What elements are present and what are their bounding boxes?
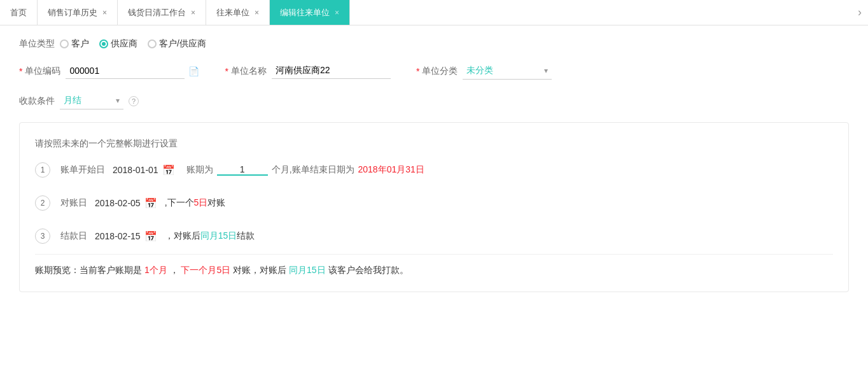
unit-name-label: 单位名称 (231, 66, 267, 77)
radio-customer-label: 客户 (71, 38, 89, 50)
unit-type-row: 单位类型 客户 供应商 客户/供应商 (19, 38, 849, 50)
unit-code-label: 单位编码 (25, 66, 60, 77)
tab-edit-partner-label: 编辑往来单位 (280, 7, 330, 18)
unit-name-star: * (225, 66, 228, 76)
payment-terms-chevron: ▾ (116, 96, 120, 105)
unit-type-radio-group: 客户 供应商 客户/供应商 (60, 38, 206, 50)
recon-date-calendar-icon[interactable]: 📅 (144, 197, 157, 209)
period-month-label: 个月,账单结束日期为 (272, 164, 354, 176)
recon-date-value: 2018-02-05 (95, 198, 141, 208)
preview-highlight1: 1个月 (144, 265, 167, 275)
tab-cash-workbench-close[interactable]: × (191, 8, 195, 17)
step-2: 2 (35, 195, 50, 211)
step-1: 1 (35, 162, 50, 178)
unit-type-label: 单位类型 (19, 38, 55, 50)
recon-prefix: ,下一个 (165, 197, 194, 209)
recon-date-group: 2018-02-05 📅 ,下一个 5日 对账 (95, 197, 225, 209)
tab-home[interactable]: 首页 (0, 0, 38, 25)
tab-sales-history-close[interactable]: × (102, 8, 107, 17)
unit-category-star: * (416, 66, 419, 76)
tab-partner-units[interactable]: 往来单位 × (206, 0, 270, 25)
main-content: 单位类型 客户 供应商 客户/供应商 * 单位编码 (0, 25, 868, 387)
payment-day-highlight: 同月15日 (200, 230, 237, 242)
tab-edit-partner[interactable]: 编辑往来单位 × (270, 0, 350, 25)
tabs-bar: 首页 销售订单历史 × 钱货日清工作台 × 往来单位 × 编辑往来单位 × › (0, 0, 868, 25)
start-date-group: 2018-01-01 📅 账期为 个月,账单结束日期为 2018年01月31日 (113, 164, 424, 176)
payment-prefix: ，对账后 (165, 230, 200, 242)
setting-row-2: 2 对账日 2018-02-05 📅 ,下一个 5日 对账 (35, 195, 833, 211)
recon-suffix: 对账 (207, 197, 225, 209)
payment-terms-help[interactable]: ? (129, 96, 139, 106)
label-recon-date: 对账日 (60, 197, 87, 209)
unit-category-select[interactable]: 未分类 ▾ (463, 62, 552, 80)
unit-category-value: 未分类 (466, 65, 540, 76)
payment-terms-select[interactable]: 月结 ▾ (60, 92, 123, 109)
setting-panel: 请按照未来的一个完整帐期进行设置 1 账单开始日 2018-01-01 📅 账期… (19, 122, 849, 292)
unit-name-input[interactable] (272, 63, 391, 79)
payment-terms-value: 月结 (64, 95, 112, 106)
unit-code-item: * 单位编码 📄 (19, 63, 199, 79)
tab-sales-history-label: 销售订单历史 (48, 7, 97, 18)
unit-category-label: 单位分类 (422, 66, 458, 77)
label-payment-date: 结款日 (60, 230, 87, 242)
preview-highlight3: 同月15日 (289, 265, 326, 275)
unit-info-row: * 单位编码 📄 * 单位名称 * 单位分类 未分类 ▾ (19, 62, 849, 80)
unit-code-star: * (19, 66, 22, 76)
unit-category-item: * 单位分类 未分类 ▾ (416, 62, 552, 80)
tab-sales-history[interactable]: 销售订单历史 × (38, 0, 118, 25)
preview-highlight2: 下一个月5日 (181, 265, 230, 275)
unit-category-chevron: ▾ (544, 66, 548, 75)
unit-code-input-wrapper: 📄 (66, 63, 199, 79)
payment-terms-item: 收款条件 月结 ▾ ? (19, 92, 139, 109)
payment-suffix: 结款 (237, 230, 255, 242)
unit-code-input[interactable] (66, 63, 185, 79)
payment-terms-row: 收款条件 月结 ▾ ? (19, 92, 849, 109)
panel-title: 请按照未来的一个完整帐期进行设置 (35, 138, 833, 150)
setting-row-1: 1 账单开始日 2018-01-01 📅 账期为 个月,账单结束日期为 2018… (35, 162, 833, 178)
radio-both-label: 客户/供应商 (159, 38, 206, 50)
setting-row-3: 3 结款日 2018-02-15 📅 ，对账后 同月15日 结款 (35, 229, 833, 244)
period-prefix-label: 账期为 (186, 164, 213, 176)
tab-edit-partner-close[interactable]: × (335, 8, 339, 17)
payment-date-value: 2018-02-15 (95, 231, 141, 241)
tab-partner-units-close[interactable]: × (255, 8, 259, 17)
unit-code-icon[interactable]: 📄 (188, 66, 199, 76)
preview-section: 账期预览：当前客户账期是 1个月 ， 下一个月5日 对账，对账后 同月15日 该… (35, 254, 833, 276)
recon-day-highlight: 5日 (194, 197, 208, 209)
radio-supplier-circle (99, 39, 108, 48)
period-input[interactable] (217, 164, 268, 176)
radio-supplier-label: 供应商 (111, 38, 137, 50)
preview-text2: ， (170, 265, 179, 275)
label-start-date: 账单开始日 (60, 164, 105, 176)
unit-name-item: * 单位名称 (225, 63, 390, 79)
start-date-value: 2018-01-01 (113, 165, 158, 175)
payment-date-group: 2018-02-15 📅 ，对账后 同月15日 结款 (95, 230, 255, 243)
radio-customer-circle (60, 39, 69, 48)
radio-supplier[interactable]: 供应商 (99, 38, 137, 50)
start-date-calendar-icon[interactable]: 📅 (162, 164, 175, 176)
tab-home-label: 首页 (10, 7, 27, 18)
radio-both-circle (148, 39, 157, 48)
radio-customer[interactable]: 客户 (60, 38, 89, 50)
unit-type-item: 单位类型 客户 供应商 客户/供应商 (19, 38, 206, 50)
payment-date-calendar-icon[interactable]: 📅 (144, 230, 157, 243)
preview-text4: 该客户会给我打款。 (328, 265, 409, 275)
tab-partner-units-label: 往来单位 (216, 7, 249, 18)
tab-cash-workbench[interactable]: 钱货日清工作台 × (118, 0, 206, 25)
payment-terms-label: 收款条件 (19, 95, 55, 107)
preview-text3: 对账，对账后 (233, 265, 286, 275)
preview-label: 账期预览：当前客户账期是 (35, 265, 142, 275)
tab-cash-workbench-label: 钱货日清工作台 (128, 7, 186, 18)
step-3: 3 (35, 229, 50, 244)
end-date-highlight: 2018年01月31日 (358, 164, 424, 176)
tab-scroll-arrow[interactable]: › (851, 0, 868, 25)
radio-both[interactable]: 客户/供应商 (148, 38, 206, 50)
